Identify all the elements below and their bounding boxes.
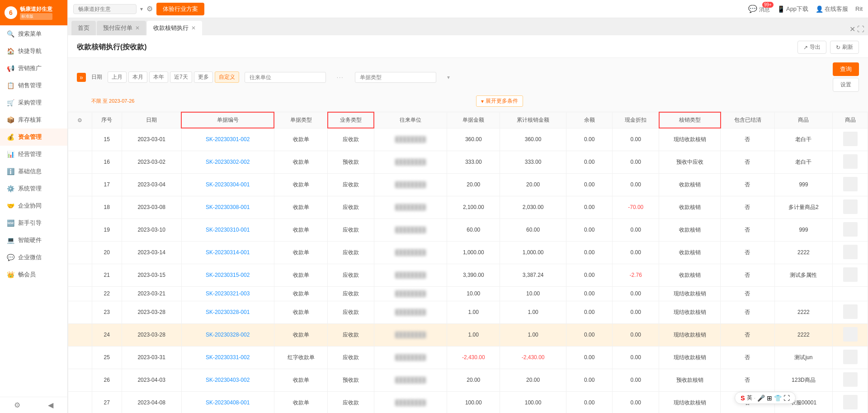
bill-no-link[interactable]: SK-20230321-003 xyxy=(206,290,250,297)
cell-bill-no[interactable]: SK-20230408-001 xyxy=(181,391,274,413)
expand2-icon[interactable]: ⛶ xyxy=(783,394,790,402)
expand-more-button[interactable]: ▾ 展开更多条件 xyxy=(476,95,523,107)
online-service-button[interactable]: 👤 在线客服 xyxy=(816,5,848,13)
bill-no-link[interactable]: SK-20230314-001 xyxy=(206,249,250,256)
sidebar-item-sales[interactable]: 📋销售管理 xyxy=(0,77,67,94)
date-btn-last-month[interactable]: 上月 xyxy=(108,71,127,83)
cell-checkbox[interactable] xyxy=(68,151,92,173)
filter-toggle-button[interactable]: » xyxy=(77,73,86,82)
cell-bill-no[interactable]: SK-20230308-001 xyxy=(181,196,274,218)
tab-receipt-verify[interactable]: 收款核销执行 ✕ xyxy=(147,21,202,35)
cell-bill-no[interactable]: SK-20230301-002 xyxy=(181,128,274,151)
cell-bill-no[interactable]: SK-20230304-001 xyxy=(181,173,274,196)
tab-prepay[interactable]: 预付应付单 ✕ xyxy=(97,21,146,35)
cell-bill-no[interactable]: SK-20230328-001 xyxy=(181,301,274,323)
date-btn-this-year[interactable]: 本年 xyxy=(149,71,168,83)
cell-bill-no[interactable]: SK-20230302-002 xyxy=(181,151,274,173)
bill-no-link[interactable]: SK-20230403-002 xyxy=(206,377,250,383)
solution-button[interactable]: 体验行业方案 xyxy=(156,3,204,15)
filter-settings-button[interactable]: 设置 xyxy=(833,78,859,92)
sidebar-item-inventory[interactable]: 📦库存核算 xyxy=(0,111,67,128)
tab-prepay-close[interactable]: ✕ xyxy=(135,25,140,31)
sidebar-item-base[interactable]: ℹ️基础信息 xyxy=(0,163,67,180)
settings-icon[interactable]: ⚙ xyxy=(14,401,20,409)
table-row[interactable]: 25 2023-03-31 SK-20230331-002 红字收款单 应收款 … xyxy=(68,346,868,369)
bill-no-link[interactable]: SK-20230301-002 xyxy=(206,136,250,142)
cell-bill-no[interactable]: SK-20230321-003 xyxy=(181,286,274,301)
date-btn-last-7-days[interactable]: 近7天 xyxy=(170,71,192,83)
sidebar-item-system[interactable]: ⚙️系统管理 xyxy=(0,180,67,197)
cell-bill-no[interactable]: SK-20230314-001 xyxy=(181,241,274,264)
cell-checkbox[interactable] xyxy=(68,128,92,151)
table-row[interactable]: 19 2023-03-10 SK-20230310-001 收款单 应收款 ██… xyxy=(68,218,868,241)
table-row[interactable]: 23 2023-03-28 SK-20230328-001 收款单 应收款 ██… xyxy=(68,301,868,323)
sidebar-item-member[interactable]: 👑畅会员 xyxy=(0,266,67,283)
sidebar-item-search[interactable]: 🔍搜索菜单 xyxy=(0,25,67,43)
table-row[interactable]: 24 2023-03-28 SK-20230328-002 收款单 应收款 ██… xyxy=(68,323,868,346)
col-header-settings[interactable]: ⚙ xyxy=(68,112,92,128)
app-download-button[interactable]: 📱 App下载 xyxy=(777,5,808,13)
mic-icon[interactable]: 🎤 xyxy=(757,394,765,402)
date-btn-this-month[interactable]: 本月 xyxy=(128,71,147,83)
cell-checkbox[interactable] xyxy=(68,391,92,413)
sidebar-item-marketing[interactable]: 📢营销推广 xyxy=(0,60,67,77)
bill-type-dropdown-icon[interactable]: ▾ xyxy=(447,74,450,81)
cell-bill-no[interactable]: SK-20230331-002 xyxy=(181,346,274,369)
bill-no-link[interactable]: SK-20230308-001 xyxy=(206,204,250,210)
table-row[interactable]: 15 2023-03-01 SK-20230301-002 收款单 应收款 ██… xyxy=(68,128,868,151)
query-button[interactable]: 查询 xyxy=(833,62,859,76)
table-row[interactable]: 17 2023-03-04 SK-20230304-001 收款单 应收款 ██… xyxy=(68,173,868,196)
bill-no-link[interactable]: SK-20230328-001 xyxy=(206,309,250,315)
sidebar-item-guide[interactable]: 🆕新手引导 xyxy=(0,214,67,232)
sidebar-item-corp[interactable]: 🤝企业协同 xyxy=(0,197,67,214)
cell-checkbox[interactable] xyxy=(68,369,92,391)
tab-receipt-verify-close[interactable]: ✕ xyxy=(191,25,196,31)
sidebar-item-shortcut[interactable]: 🏠快捷导航 xyxy=(0,43,67,60)
cell-bill-no[interactable]: SK-20230403-002 xyxy=(181,369,274,391)
sidebar-item-finance[interactable]: 💰资金管理 xyxy=(0,128,67,146)
message-button[interactable]: 💬 消息 99+ xyxy=(748,5,770,14)
cell-bill-no[interactable]: SK-20230328-002 xyxy=(181,323,274,346)
cell-checkbox[interactable] xyxy=(68,241,92,264)
sidebar-item-hardware[interactable]: 💻智能硬件 xyxy=(0,232,67,249)
bill-no-link[interactable]: SK-20230302-002 xyxy=(206,159,250,165)
cell-checkbox[interactable] xyxy=(68,346,92,369)
tab-home[interactable]: 首页 xyxy=(71,21,96,35)
date-btn-custom[interactable]: 自定义 xyxy=(215,71,239,83)
bill-no-link[interactable]: SK-20230331-002 xyxy=(206,354,250,361)
sidebar-item-purchase[interactable]: 🛒采购管理 xyxy=(0,94,67,111)
refresh-button[interactable]: ↻ 刷新 xyxy=(830,41,859,54)
table-row[interactable]: 20 2023-03-14 SK-20230314-001 收款单 应收款 ██… xyxy=(68,241,868,264)
export-button[interactable]: ↗ 导出 xyxy=(797,41,826,54)
collapse-icon[interactable]: ◀ xyxy=(48,401,53,409)
table-row[interactable]: 22 2023-03-21 SK-20230321-003 收款单 应收款 ██… xyxy=(68,286,868,301)
bill-type-select[interactable] xyxy=(355,72,436,83)
cell-bill-no[interactable]: SK-20230315-002 xyxy=(181,264,274,286)
bill-no-link[interactable]: SK-20230315-002 xyxy=(206,272,250,278)
cell-checkbox[interactable] xyxy=(68,173,92,196)
cell-checkbox[interactable] xyxy=(68,218,92,241)
shirt-icon[interactable]: 👕 xyxy=(774,394,782,402)
date-btn-more[interactable]: 更多 xyxy=(194,71,213,83)
table-row[interactable]: 16 2023-03-02 SK-20230302-002 收款单 预收款 ██… xyxy=(68,151,868,173)
tab-expand-button[interactable]: ⛶ xyxy=(857,25,864,33)
gear-icon[interactable]: ⚙ xyxy=(146,5,153,13)
grid-icon[interactable]: ⊞ xyxy=(767,394,772,402)
brand-search-input[interactable] xyxy=(73,4,137,14)
table-row[interactable]: 21 2023-03-15 SK-20230315-002 收款单 应收款 ██… xyxy=(68,264,868,286)
cell-checkbox[interactable] xyxy=(68,323,92,346)
cell-checkbox[interactable] xyxy=(68,196,92,218)
sidebar-item-wechat[interactable]: 💬企业微信 xyxy=(0,249,67,266)
bill-no-link[interactable]: SK-20230310-001 xyxy=(206,227,250,233)
cell-checkbox[interactable] xyxy=(68,301,92,323)
bill-no-link[interactable]: SK-20230328-002 xyxy=(206,332,250,338)
user-name[interactable]: Rit xyxy=(855,5,863,12)
tab-close-all-button[interactable]: ✕ xyxy=(849,25,855,33)
bill-no-link[interactable]: SK-20230304-001 xyxy=(206,181,250,188)
cell-checkbox[interactable] xyxy=(68,264,92,286)
bill-no-link[interactable]: SK-20230408-001 xyxy=(206,399,250,406)
table-row[interactable]: 18 2023-03-08 SK-20230308-001 收款单 应收款 ██… xyxy=(68,196,868,218)
partner-input[interactable] xyxy=(245,72,326,83)
cell-checkbox[interactable] xyxy=(68,286,92,301)
sidebar-item-ops[interactable]: 📊经营管理 xyxy=(0,146,67,163)
